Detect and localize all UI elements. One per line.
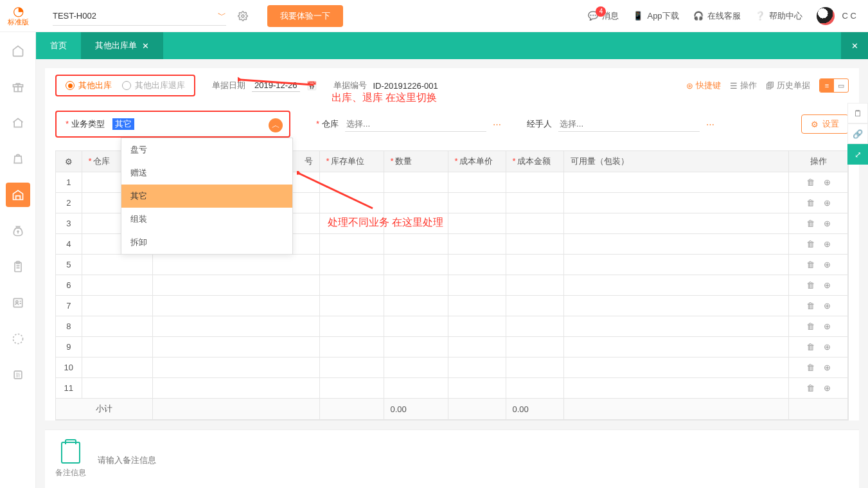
logo-icon: ◔ <box>13 5 24 17</box>
user-menu[interactable]: C C <box>817 7 856 25</box>
customer-service-link[interactable]: 🎧 在线客服 <box>693 10 741 22</box>
messages-link[interactable]: 💬 消息 4 <box>588 10 619 22</box>
chevron-down-icon: ﹀ <box>218 10 226 21</box>
help-center-link[interactable]: ❔ 帮助中心 <box>755 10 802 22</box>
org-select[interactable]: TEST-H002 ﹀ <box>53 6 226 26</box>
org-settings-button[interactable] <box>235 8 251 24</box>
app-download-link[interactable]: 📱 App下载 <box>633 10 678 22</box>
header-actions: 💬 消息 4 📱 App下载 🎧 在线客服 ❔ 帮助中心 C C <box>588 7 856 25</box>
user-name: C C <box>842 11 856 21</box>
org-name: TEST-H002 <box>53 11 218 21</box>
logo: ◔ 标准版 <box>0 5 36 27</box>
avatar <box>817 7 835 25</box>
edition-label: 标准版 <box>8 17 29 27</box>
messages-badge: 4 <box>596 6 606 17</box>
help-icon: ❔ <box>755 11 765 21</box>
app-header: ◔ 标准版 TEST-H002 ﹀ 我要体验一下 💬 消息 4 📱 App下载 … <box>0 0 868 32</box>
headset-icon: 🎧 <box>693 11 704 21</box>
phone-icon: 📱 <box>633 11 643 21</box>
try-button[interactable]: 我要体验一下 <box>267 5 343 27</box>
svg-point-0 <box>242 15 244 17</box>
